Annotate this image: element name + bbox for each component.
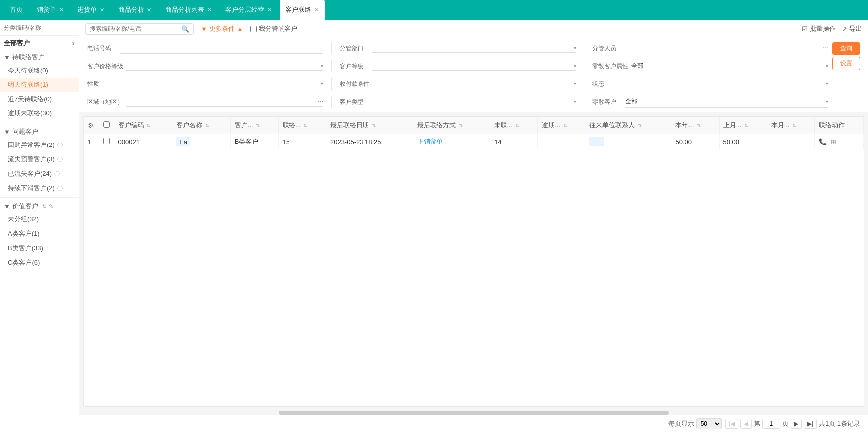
filter-divider-3	[331, 60, 332, 72]
filter-customer-level-select[interactable]: ▾	[372, 62, 576, 71]
filter-more-btn[interactable]: ▼ 更多条件 ▲	[198, 23, 246, 35]
col-name-sort-icon[interactable]: ⇅	[205, 123, 209, 128]
my-customers-checkbox[interactable]	[250, 26, 257, 32]
settings-icon[interactable]: ⚙	[88, 122, 94, 129]
search-input[interactable]	[90, 25, 179, 32]
sidebar-group-value-refresh[interactable]: ↻	[42, 203, 47, 210]
nav-analysis-list-close[interactable]: ✕	[207, 7, 212, 13]
batch-op-btn[interactable]: ☑ 批量操作	[802, 24, 836, 33]
row-last-date: 2023-05-23 18:25:	[326, 134, 413, 149]
sidebar-group-value[interactable]: ▼ 价值客户 ↻ ✎	[0, 200, 79, 213]
filter-manager-dots[interactable]: ···	[822, 43, 828, 51]
col-last-month-sort-icon[interactable]: ⇅	[744, 123, 748, 128]
nav-customer-stratify[interactable]: 客户分层经营 ✕	[219, 0, 278, 20]
filter-scatter-customer-select[interactable]: 全部 ▾	[625, 96, 828, 108]
page-prev-btn[interactable]: ◀	[740, 419, 752, 429]
filter-customer-type-select[interactable]: ▾	[372, 97, 576, 106]
sidebar-item-today[interactable]: 今天待联络(0)	[0, 64, 79, 78]
filter-dept-select[interactable]: ▾	[372, 44, 576, 53]
col-contact-sort-icon[interactable]: ⇅	[303, 123, 307, 128]
sidebar-item-class-c[interactable]: C类客户(6)	[0, 256, 79, 270]
nav-analysis-list-label: 商品分析列表	[165, 5, 204, 14]
col-contact: 联络... ⇅	[278, 117, 326, 134]
sidebar-item-churn-warning[interactable]: 流失预警客户(3) ⓘ	[0, 152, 79, 167]
scrollbar-thumb[interactable]	[279, 411, 669, 415]
sidebar-collapse-btn[interactable]: «	[71, 39, 75, 47]
col-last-method-sort-icon[interactable]: ⇅	[459, 123, 463, 128]
col-checkbox[interactable]	[99, 117, 114, 134]
col-settings[interactable]: ⚙	[84, 117, 99, 134]
col-overdue-sort-icon[interactable]: ⇅	[563, 123, 567, 128]
sidebar-item-overdue[interactable]: 逾期未联络(30)	[0, 106, 79, 121]
filter-status-select[interactable]: ▾	[625, 79, 828, 88]
filter-payment-select[interactable]: ▾	[372, 79, 576, 88]
row-name[interactable]: Ea	[172, 134, 231, 149]
row-action-grid-icon[interactable]: ⊞	[831, 138, 836, 145]
settings-button[interactable]: 设置	[832, 57, 860, 70]
nav-analysis-close[interactable]: ✕	[147, 7, 151, 13]
nav-sales-close[interactable]: ✕	[59, 7, 64, 13]
col-code-sort-icon[interactable]: ⇅	[146, 123, 150, 128]
filter-nature-select[interactable]: ▾	[120, 79, 323, 88]
filter-scatter-customer-value: 全部	[625, 97, 637, 106]
col-this-year-sort-icon[interactable]: ⇅	[697, 123, 701, 128]
col-last-date-sort-icon[interactable]: ⇅	[372, 123, 376, 128]
filter-nature-field: 性质 ▾	[87, 79, 323, 88]
sidebar-item-abnormal[interactable]: 回购异常客户(2) ⓘ	[0, 138, 79, 152]
sidebar-search-input[interactable]	[4, 24, 78, 31]
nav-purchase[interactable]: 进货单 ✕	[72, 0, 110, 20]
row-code: 000021	[114, 134, 172, 149]
sidebar-item-declining[interactable]: 持续下滑客户(2) ⓘ	[0, 181, 79, 196]
col-contact-label: 联络...	[283, 121, 301, 129]
filter-price-level-select[interactable]: ▾	[126, 62, 323, 71]
filter-region-dots[interactable]: ···	[318, 97, 324, 105]
sidebar-item-class-b[interactable]: B类客户(33)	[0, 241, 79, 256]
nav-purchase-close[interactable]: ✕	[100, 7, 104, 13]
nav-analysis-list[interactable]: 商品分析列表 ✕	[159, 0, 217, 20]
sidebar-all-header: 全部客户 «	[0, 36, 79, 51]
nav-customer-stratify-close[interactable]: ✕	[267, 7, 272, 13]
page-next-btn[interactable]: ▶	[791, 419, 802, 429]
nav-customer-contact-close[interactable]: ✕	[314, 7, 319, 13]
filter-scatter-attr-field: 零散客户属性 全部 ▾	[592, 60, 828, 72]
sidebar-item-class-a[interactable]: A类客户(1)	[0, 227, 79, 241]
page-first-btn[interactable]: |◀	[725, 419, 738, 429]
sidebar-item-7days[interactable]: 近7天待联络(0)	[0, 92, 79, 107]
sidebar-group-problem[interactable]: ▼ 问题客户	[0, 125, 79, 138]
row-no: 1	[84, 134, 99, 149]
row-last-method[interactable]: 下销货单	[413, 134, 490, 149]
nav-customer-contact[interactable]: 客户联络 ✕	[280, 0, 325, 20]
col-company-contact-sort-icon[interactable]: ⇅	[638, 123, 642, 128]
row-last-method-value[interactable]: 下销货单	[417, 138, 443, 145]
page-input[interactable]	[762, 419, 780, 429]
sidebar-group-pending[interactable]: ▼ 待联络客户	[0, 51, 79, 64]
nav-sales[interactable]: 销货单 ✕	[31, 0, 70, 20]
row-overdue	[538, 134, 585, 149]
filter-nature-label: 性质	[87, 80, 117, 88]
query-button[interactable]: 查询	[832, 42, 860, 55]
row-checkbox-cell[interactable]	[99, 134, 114, 149]
col-this-month-sort-icon[interactable]: ⇅	[792, 123, 796, 128]
horizontal-scrollbar[interactable]	[83, 411, 864, 415]
row-checkbox[interactable]	[103, 138, 110, 144]
row-action-phone-icon[interactable]: 📞	[819, 138, 827, 145]
filter-phone-input[interactable]	[120, 43, 323, 54]
export-btn[interactable]: ↗ 导出	[842, 24, 862, 33]
filter-scatter-attr-select[interactable]: 全部 ▾	[631, 60, 828, 72]
filter-row-3: 性质 ▾ 收付款条件 ▾	[87, 78, 828, 90]
nav-analysis[interactable]: 商品分析 ✕	[112, 0, 157, 20]
page-size-select[interactable]: 50 100 200	[696, 418, 722, 429]
sidebar-item-unclassified[interactable]: 未分组(32)	[0, 213, 79, 227]
batch-op-label: 批量操作	[810, 24, 836, 33]
nav-home[interactable]: 首页	[4, 0, 29, 20]
search-icon[interactable]: 🔍	[181, 25, 189, 33]
sidebar-item-7days-label: 近7天待联络(0)	[8, 95, 52, 103]
sidebar-group-value-edit[interactable]: ✎	[49, 203, 53, 210]
col-not-linked-sort-icon[interactable]: ⇅	[515, 123, 519, 128]
sidebar-item-churned[interactable]: 已流失客户(24) ⓘ	[0, 167, 79, 181]
select-all-checkbox[interactable]	[103, 121, 110, 128]
sidebar-item-tomorrow[interactable]: 明天待联络(1)	[0, 78, 79, 92]
page-last-btn[interactable]: ▶|	[804, 419, 817, 429]
my-customers-checkbox-label[interactable]: 我分管的客户	[250, 24, 297, 33]
col-type-sort-icon[interactable]: ⇅	[256, 123, 260, 128]
